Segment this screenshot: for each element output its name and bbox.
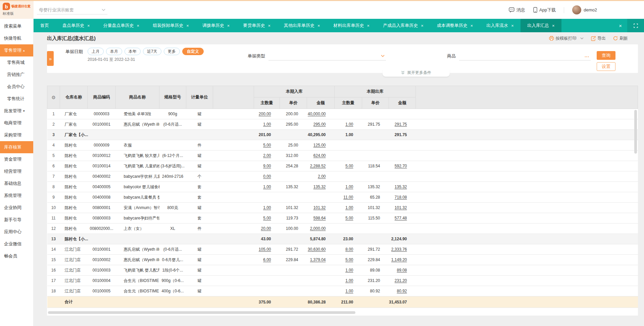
cell-in-amount[interactable]: 125.00 bbox=[307, 140, 335, 151]
cell-in-qty[interactable]: 1.00 bbox=[254, 119, 280, 130]
cell-out-amount[interactable]: 101.32 bbox=[389, 203, 416, 213]
cell-out-qty[interactable]: 1.00 bbox=[335, 182, 362, 192]
cell-in-qty[interactable]: 5.00 bbox=[254, 213, 280, 223]
cell-in-qty[interactable]: 200.00 bbox=[254, 109, 280, 119]
sidebar-item-库存核算[interactable]: 库存核算 bbox=[0, 141, 33, 153]
cell-in-qty[interactable]: 20.00 bbox=[254, 223, 280, 234]
cell-in-amount[interactable]: 101.32 bbox=[307, 203, 335, 213]
cell-out-qty[interactable]: 5.00 bbox=[335, 213, 362, 223]
ellipsis-picker-icon[interactable]: ... bbox=[585, 53, 589, 58]
doc-type-select[interactable] bbox=[268, 53, 386, 60]
cell-out-amount[interactable]: 1,149.20 bbox=[389, 255, 416, 265]
tab-分量盘点单历史[interactable]: 分量盘点单历史× bbox=[97, 19, 146, 32]
sidebar-item-快捷导航[interactable]: 快捷导航 bbox=[0, 32, 33, 44]
sidebar-item-资金管理[interactable]: 资金管理 bbox=[0, 153, 33, 165]
gear-icon[interactable]: ⚙ bbox=[51, 95, 56, 100]
cell-in-qty[interactable]: 1.00 bbox=[254, 203, 280, 213]
date-pill-更多[interactable]: 更多 bbox=[164, 48, 180, 55]
query-button[interactable]: 查询 bbox=[597, 51, 615, 60]
sidebar-item-零售统计[interactable]: 零售统计 bbox=[0, 93, 33, 105]
tab-其他出库单历史[interactable]: 其他出库单历史× bbox=[277, 19, 327, 32]
cell-in-amount[interactable]: 1,379.04 bbox=[307, 255, 335, 265]
close-all-tabs-icon[interactable]: × bbox=[613, 19, 627, 32]
tab-材料出库单历史[interactable]: 材料出库单历史× bbox=[327, 19, 377, 32]
cell-in-amount[interactable]: 624.00 bbox=[307, 151, 335, 161]
cell-out-qty[interactable]: 1.00 bbox=[335, 286, 362, 296]
sidebar-item-新手引导[interactable]: 新手引导 bbox=[0, 214, 33, 226]
sidebar-item-采购管理[interactable]: 采购管理 bbox=[0, 129, 33, 141]
cell-out-amount[interactable]: 577.48 bbox=[389, 213, 416, 223]
cell-in-amount[interactable]: 598.64 bbox=[307, 213, 335, 223]
cell-in-amount[interactable]: 2,000.00 bbox=[307, 223, 335, 234]
tab-盘点单历史[interactable]: 盘点单历史× bbox=[56, 19, 97, 32]
close-tab-icon[interactable]: × bbox=[511, 23, 514, 28]
refresh-button[interactable]: 刷新 bbox=[613, 36, 628, 41]
user-menu[interactable]: demo2 bbox=[572, 5, 597, 14]
cell-out-qty[interactable]: 1.00 bbox=[335, 203, 362, 213]
close-tab-icon[interactable]: × bbox=[470, 23, 473, 28]
cell-in-amount[interactable]: 2.00 bbox=[307, 171, 335, 182]
cell-out-amount[interactable]: 80.92 bbox=[389, 286, 416, 296]
cell-out-amount[interactable]: 2,333.76 bbox=[389, 244, 416, 255]
vertical-scrollbar-thumb[interactable] bbox=[634, 110, 637, 154]
close-tab-icon[interactable]: × bbox=[317, 23, 320, 28]
sidebar-item-搜索菜单[interactable]: 搜索菜单 bbox=[0, 20, 33, 32]
cell-in-qty[interactable]: 6.00 bbox=[254, 255, 280, 265]
cell-out-qty[interactable]: 5.00 bbox=[335, 255, 362, 265]
date-pill-本年[interactable]: 本年 bbox=[125, 48, 141, 55]
sidebar-item-企业协同[interactable]: 企业协同 bbox=[0, 202, 33, 214]
tab-出入库汇总[interactable]: 出入库汇总× bbox=[521, 19, 561, 32]
cell-out-qty[interactable]: 1.00 bbox=[335, 265, 362, 276]
sidebar-item-电商管理[interactable]: 电商管理 bbox=[0, 117, 33, 129]
cell-in-qty[interactable]: 9.00 bbox=[254, 161, 280, 171]
cell-in-qty[interactable]: 2.00 bbox=[254, 151, 280, 161]
tab-要货单历史[interactable]: 要货单历史× bbox=[236, 19, 277, 32]
sidebar-item-畅会员[interactable]: 畅会员 bbox=[0, 250, 33, 262]
cell-out-qty[interactable]: 8.00 bbox=[335, 244, 362, 255]
close-tab-icon[interactable]: × bbox=[87, 23, 90, 28]
fullscreen-button[interactable] bbox=[627, 19, 644, 32]
close-tab-icon[interactable]: × bbox=[227, 23, 230, 28]
expand-more-conditions[interactable]: 展开更多条件 bbox=[383, 69, 450, 77]
sidebar-item-系统管理[interactable]: 系统管理 bbox=[0, 190, 33, 202]
tab-组装拆卸单历史[interactable]: 组装拆卸单历史× bbox=[146, 19, 196, 32]
close-tab-icon[interactable]: × bbox=[268, 23, 270, 28]
cell-out-amount[interactable]: 718.08 bbox=[389, 192, 416, 203]
sidebar-item-营销推广[interactable]: 营销推广 bbox=[0, 69, 33, 81]
date-pill-近7天[interactable]: 近7天 bbox=[143, 48, 161, 55]
account-select[interactable]: 母婴行业演示账套 bbox=[37, 6, 107, 14]
sidebar-item-企业微信[interactable]: 企业微信 bbox=[0, 238, 33, 250]
tab-产成品入库单历史[interactable]: 产成品入库单历史× bbox=[376, 19, 430, 32]
tab-出入库流水[interactable]: 出入库流水× bbox=[480, 19, 521, 32]
sidebar-item-经营管理[interactable]: 经营管理 bbox=[0, 165, 33, 177]
date-range-value[interactable]: 2016-01-01 至 2022-12-31 bbox=[88, 57, 204, 63]
cell-out-qty[interactable]: 1.00 bbox=[335, 119, 362, 130]
cell-in-qty[interactable]: 1.00 bbox=[254, 182, 280, 192]
product-input[interactable]: ... bbox=[459, 53, 591, 60]
tab-成本调整单历史[interactable]: 成本调整单历史× bbox=[430, 19, 480, 32]
cell-out-qty[interactable]: 11.00 bbox=[335, 192, 362, 203]
cell-in-amount[interactable]: 40,000.00 bbox=[307, 109, 335, 119]
cell-in-qty[interactable]: 0.00 bbox=[254, 171, 280, 182]
sidebar-item-零售商城[interactable]: 零售商城 bbox=[0, 56, 33, 69]
close-tab-icon[interactable]: × bbox=[367, 23, 370, 28]
close-tab-icon[interactable]: × bbox=[137, 23, 140, 28]
close-tab-icon[interactable]: × bbox=[421, 23, 424, 28]
sidebar-item-零售管理[interactable]: 零售管理▴ bbox=[0, 44, 33, 56]
date-pill-上月[interactable]: 上月 bbox=[88, 48, 104, 55]
sidebar-item-基础信息[interactable]: 基础信息 bbox=[0, 177, 33, 190]
close-tab-icon[interactable]: × bbox=[552, 23, 555, 28]
date-pill-本月[interactable]: 本月 bbox=[106, 48, 122, 55]
cell-out-amount[interactable]: 135.32 bbox=[389, 182, 416, 192]
horizontal-scrollbar-thumb[interactable] bbox=[48, 311, 355, 314]
cell-out-amount[interactable]: 291.75 bbox=[389, 119, 416, 130]
export-button[interactable]: 导出 bbox=[591, 36, 606, 41]
date-pill-custom[interactable]: 自定义 bbox=[182, 48, 204, 55]
collapse-filter-button[interactable]: » bbox=[47, 51, 54, 66]
print-by-template-button[interactable]: 按模板打印 bbox=[549, 36, 584, 41]
messages-button[interactable]: 消息 bbox=[509, 7, 525, 13]
cell-out-qty[interactable]: 1.00 bbox=[335, 276, 362, 286]
sidebar-item-应用中心[interactable]: 应用中心 bbox=[0, 226, 33, 238]
cell-in-amount[interactable]: 2,288.52 bbox=[307, 161, 335, 171]
cell-in-amount[interactable]: 30,630.60 bbox=[307, 244, 335, 255]
